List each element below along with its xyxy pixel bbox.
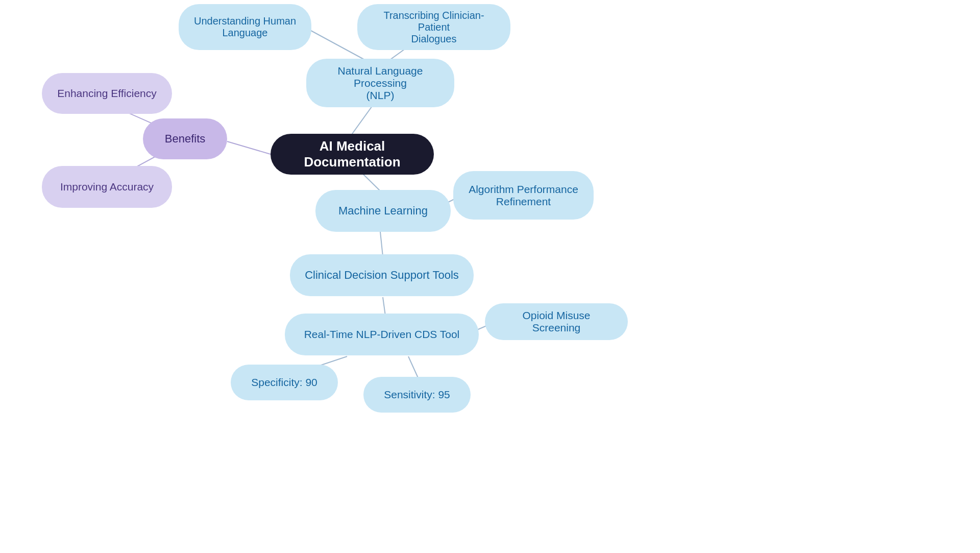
transcribing-label: Transcribing Clinician-PatientDialogues <box>372 10 496 45</box>
opioid-label: Opioid Misuse Screening <box>499 309 614 334</box>
enhancing-label: Enhancing Efficiency <box>57 87 157 100</box>
center-node[interactable]: AI Medical Documentation <box>271 134 434 175</box>
improving-node[interactable]: Improving Accuracy <box>42 166 172 208</box>
algorithm-label: Algorithm PerformanceRefinement <box>469 183 578 208</box>
benefits-label: Benefits <box>165 132 206 146</box>
understanding-label: Understanding HumanLanguage <box>194 15 296 39</box>
nlp-node[interactable]: Natural Language Processing(NLP) <box>306 59 454 107</box>
sensitivity-label: Sensitivity: 95 <box>384 389 450 401</box>
svg-line-3 <box>227 141 271 154</box>
transcribing-node[interactable]: Transcribing Clinician-PatientDialogues <box>357 4 510 50</box>
realtime-label: Real-Time NLP-Driven CDS Tool <box>304 328 460 341</box>
realtime-node[interactable]: Real-Time NLP-Driven CDS Tool <box>285 314 479 355</box>
sensitivity-node[interactable]: Sensitivity: 95 <box>363 377 471 413</box>
opioid-node[interactable]: Opioid Misuse Screening <box>485 303 628 340</box>
svg-line-8 <box>380 232 383 256</box>
cdst-node[interactable]: Clinical Decision Support Tools <box>290 254 474 296</box>
algorithm-node[interactable]: Algorithm PerformanceRefinement <box>453 171 594 220</box>
nlp-label: Natural Language Processing(NLP) <box>321 65 440 102</box>
enhancing-node[interactable]: Enhancing Efficiency <box>42 73 172 114</box>
benefits-node[interactable]: Benefits <box>143 118 227 159</box>
understanding-node[interactable]: Understanding HumanLanguage <box>179 4 311 50</box>
specificity-label: Specificity: 90 <box>251 376 317 389</box>
svg-line-9 <box>383 297 385 316</box>
cdst-label: Clinical Decision Support Tools <box>305 269 459 282</box>
svg-line-12 <box>408 356 419 379</box>
ml-label: Machine Learning <box>338 204 428 218</box>
center-label: AI Medical Documentation <box>285 138 420 170</box>
specificity-node[interactable]: Specificity: 90 <box>231 365 338 400</box>
improving-label: Improving Accuracy <box>60 181 154 193</box>
ml-node[interactable]: Machine Learning <box>315 190 451 232</box>
